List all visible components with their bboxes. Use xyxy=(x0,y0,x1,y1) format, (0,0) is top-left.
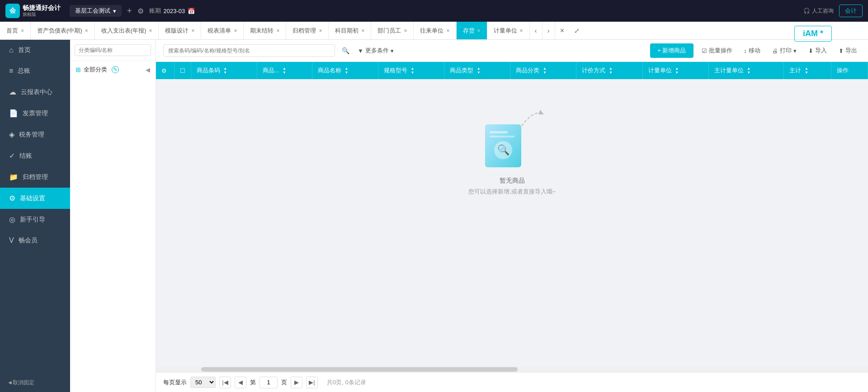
calendar-icon[interactable]: 📅 xyxy=(188,8,195,14)
category-edit-icon[interactable]: ✎ xyxy=(112,66,119,73)
sidebar-item-ledger[interactable]: ≡ 总账 xyxy=(0,61,70,81)
sort-spec-icon[interactable]: ▲▼ xyxy=(411,67,415,75)
more-filter-btn[interactable]: ▼ 更多条件 ▾ xyxy=(358,47,394,55)
th-category[interactable]: 商品分类 ▲▼ xyxy=(510,62,576,79)
th-main-unit[interactable]: 主计量单位 ▲▼ xyxy=(708,62,784,79)
last-page-btn[interactable]: ▶| xyxy=(306,377,318,388)
tab-inventory-close-icon[interactable]: × xyxy=(477,28,481,34)
svg-text:🔍: 🔍 xyxy=(497,144,509,156)
sidebar-item-guide[interactable]: ◎ 新手引导 xyxy=(0,209,70,230)
settings-icon[interactable]: ⚙ xyxy=(137,7,144,15)
print-dropdown-icon: ▾ xyxy=(793,47,797,54)
scrollbar-thumb[interactable] xyxy=(201,367,518,372)
batch-btn[interactable]: ☑ 批量操作 xyxy=(698,45,736,57)
tab-dept-close-icon[interactable]: × xyxy=(404,28,407,34)
sort-name-icon[interactable]: ▲▼ xyxy=(344,67,348,75)
tab-next-btn[interactable]: › xyxy=(542,22,555,40)
checkout-icon: ✓ xyxy=(9,151,15,160)
sort-main-count-icon[interactable]: ▲▼ xyxy=(805,67,808,75)
tab-contacts-close-icon[interactable]: × xyxy=(446,28,449,34)
tab-template[interactable]: 模版设计 × xyxy=(159,22,201,40)
sort-type-icon[interactable]: ▲▼ xyxy=(477,67,481,75)
tab-prev-btn[interactable]: ‹ xyxy=(530,22,542,40)
company-selector[interactable]: 基层工会测试 ▾ xyxy=(70,5,122,17)
prev-page-btn[interactable]: ◀ xyxy=(235,377,246,388)
tab-dept[interactable]: 部门员工 × xyxy=(371,22,414,40)
print-btn[interactable]: 🖨 打印 ▾ xyxy=(769,45,800,57)
member-icon: V xyxy=(9,236,14,245)
sidebar-item-member[interactable]: V 畅会员 xyxy=(0,230,70,251)
invoice-icon: 📄 xyxy=(9,109,18,118)
page-size-select[interactable]: 50 20 100 200 xyxy=(190,377,216,388)
sidebar-item-home[interactable]: ⌂ 首页 xyxy=(0,40,70,61)
account-btn[interactable]: 会计 xyxy=(839,5,863,17)
tab-period[interactable]: 期末结转 × xyxy=(244,22,286,40)
tab-contacts[interactable]: 往来单位 × xyxy=(414,22,456,40)
tab-income[interactable]: 收入支出表(年报) × xyxy=(95,22,159,40)
empty-state: 🔍 暂无商品 您可以选择新增,或者直接导入哦~ xyxy=(156,79,868,223)
page-number-input[interactable] xyxy=(259,377,278,388)
tab-balance-close-icon[interactable]: × xyxy=(85,28,88,34)
horizontal-scrollbar[interactable] xyxy=(156,367,868,372)
new-product-btn[interactable]: + 新增商品 xyxy=(650,43,693,58)
unpin-btn[interactable]: ◄取消固定 xyxy=(0,373,70,392)
dropdown-arrow-icon: ▾ xyxy=(113,8,116,14)
th-barcode[interactable]: 商品条码 ▲▼ xyxy=(191,62,257,79)
first-page-btn[interactable]: |◀ xyxy=(219,377,231,388)
iam-badge[interactable]: iAM * xyxy=(794,26,832,42)
print-icon: 🖨 xyxy=(772,47,778,54)
product-search-input[interactable] xyxy=(163,44,335,57)
category-search-input[interactable] xyxy=(75,44,151,56)
add-tab-btn[interactable]: + xyxy=(127,6,132,16)
th-unit[interactable]: 计量单位 ▲▼ xyxy=(642,62,708,79)
sort-unit-icon[interactable]: ▲▼ xyxy=(675,67,679,75)
tab-balance[interactable]: 资产负债表(中期) × xyxy=(31,22,95,40)
th-price-method[interactable]: 计价方式 ▲▼ xyxy=(576,62,642,79)
tab-unit[interactable]: 计量单位 × xyxy=(487,22,530,40)
sort-category-icon[interactable]: ▲▼ xyxy=(543,67,547,75)
tab-archive-close-icon[interactable]: × xyxy=(319,28,322,34)
sidebar-item-invoice[interactable]: 📄 发票管理 xyxy=(0,103,70,124)
th-spec[interactable]: 规格型号 ▲▼ xyxy=(378,62,444,79)
tab-close-all-btn[interactable]: × xyxy=(555,22,570,40)
tab-subject[interactable]: 科目期初 × xyxy=(329,22,371,40)
move-btn[interactable]: ↕ 移动 xyxy=(741,45,764,57)
tab-income-close-icon[interactable]: × xyxy=(149,28,152,34)
tab-home-close-icon[interactable]: × xyxy=(21,28,24,34)
sidebar-item-tax[interactable]: ◈ 税务管理 xyxy=(0,124,70,145)
category-collapse-icon[interactable]: ◀ xyxy=(146,66,150,73)
consultant-btn[interactable]: 🎧 人工咨询 xyxy=(803,7,834,15)
sidebar-item-reports[interactable]: ☁ 云报表中心 xyxy=(0,81,70,103)
sidebar-item-settings[interactable]: ⚙ 基础设置 xyxy=(0,188,70,209)
product-search-icon[interactable]: 🔍 xyxy=(342,47,349,54)
tab-template-close-icon[interactable]: × xyxy=(191,28,194,34)
sidebar-item-checkout[interactable]: ✓ 结账 xyxy=(0,145,70,166)
consultant-label: 人工咨询 xyxy=(812,7,834,15)
next-page-btn[interactable]: ▶ xyxy=(291,377,302,388)
sort-code-icon[interactable]: ▲▼ xyxy=(283,67,286,75)
tab-archive[interactable]: 归档管理 × xyxy=(286,22,329,40)
tab-home[interactable]: 首页 × xyxy=(0,22,31,40)
sort-price-icon[interactable]: ▲▼ xyxy=(609,67,613,75)
th-settings[interactable]: ⚙ xyxy=(156,62,174,79)
th-type[interactable]: 商品类型 ▲▼ xyxy=(444,62,510,79)
th-main-count[interactable]: 主计 ▲▼ xyxy=(784,62,831,79)
tab-inventory[interactable]: 存货 × xyxy=(457,22,487,40)
import-btn[interactable]: ⬇ 导入 xyxy=(805,45,830,57)
th-code[interactable]: 商品... ▲▼ xyxy=(257,62,312,79)
tab-period-close-icon[interactable]: × xyxy=(276,28,279,34)
th-name[interactable]: 商品名称 ▲▼ xyxy=(312,62,378,79)
tab-expand-btn[interactable]: ⤢ xyxy=(570,22,584,40)
th-checkbox[interactable]: ☐ xyxy=(174,62,191,79)
sidebar-item-archive[interactable]: 📁 归档管理 xyxy=(0,166,70,188)
tab-taxlist[interactable]: 税表清单 × xyxy=(201,22,244,40)
export-btn[interactable]: ⬆ 导出 xyxy=(835,45,861,57)
sort-main-unit-icon[interactable]: ▲▼ xyxy=(747,67,750,75)
tab-unit-close-icon[interactable]: × xyxy=(520,28,523,34)
tab-taxlist-close-icon[interactable]: × xyxy=(234,28,237,34)
sort-barcode-icon[interactable]: ▲▼ xyxy=(223,67,227,75)
filter-dropdown-icon: ▾ xyxy=(391,47,394,54)
th-main-count-label: 主计 xyxy=(789,67,801,74)
tab-subject-close-icon[interactable]: × xyxy=(361,28,364,34)
all-category-item[interactable]: ⊞ 全部分类 ✎ ◀ xyxy=(70,61,156,78)
